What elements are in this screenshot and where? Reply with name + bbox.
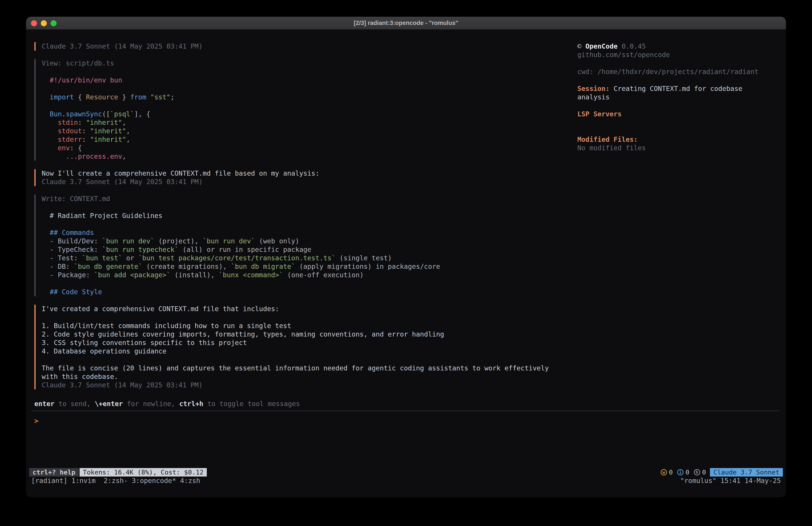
terminal-line: Session: Creating CONTEXT.md for codebas…: [577, 84, 779, 93]
terminal-line: - Package: `bun add <package>` (install)…: [42, 271, 779, 279]
hint-diagnostic: h0: [694, 469, 706, 476]
text-segment: `psql`: [110, 110, 134, 118]
text-segment: ctrl+h: [179, 400, 203, 408]
text-segment: Creating CONTEXT.md for codebase: [610, 85, 742, 93]
tmux-windows[interactable]: [radiant] 1:nvim 2:zsh- 3:opencode* 4:zs…: [31, 477, 200, 485]
terminal-line: ## Commands: [42, 228, 779, 237]
text-segment: `bun db migrate`: [231, 262, 295, 270]
text-segment: (all) or run in specific package: [178, 246, 311, 253]
terminal-line: I've created a comprehensive CONTEXT.md …: [42, 305, 779, 313]
close-button[interactable]: [31, 20, 37, 26]
minimize-button[interactable]: [41, 20, 47, 26]
text-segment: .: [62, 110, 66, 118]
terminal-line: 3. CSS styling conventions specific to t…: [42, 339, 779, 347]
terminal-line: [577, 118, 779, 127]
text-segment: `bun run typecheck`: [102, 246, 178, 253]
text-segment: to toggle tool messages: [203, 400, 300, 408]
text-segment: `bun add <package>`: [94, 271, 171, 279]
terminal-line: github.com/sst/opencode: [577, 51, 779, 59]
text-segment: `bun db generate`: [74, 262, 142, 270]
text-segment: Claude 3.7 Sonnet (14 May 2025 03:41 PM): [42, 178, 203, 186]
terminal-line: with this codebase.: [42, 372, 779, 381]
text-segment: `bun test`: [82, 254, 122, 262]
help-badge[interactable]: ctrl+? help: [29, 468, 79, 477]
text-segment: LSP Servers: [577, 110, 622, 118]
terminal-line: ...process.env,: [42, 152, 779, 161]
text-segment: (single test): [336, 254, 392, 262]
warning-icon: w: [661, 469, 667, 475]
text-segment: to send,: [54, 400, 95, 408]
text-segment: (one-off execution): [283, 271, 364, 279]
terminal-line: No modified files: [577, 144, 779, 152]
terminal-window: [2/3] radiant:3:opencode - "romulus" Cla…: [26, 17, 786, 497]
tool-write: Write: CONTEXT.md # Radiant Project Guid…: [34, 195, 779, 296]
text-segment: enter: [34, 400, 54, 408]
diagnostic-count: 0: [702, 469, 706, 476]
terminal-content: Claude 3.7 Sonnet (14 May 2025 03:41 PM)…: [26, 30, 786, 497]
text-segment: github.com/sst/opencode: [577, 51, 670, 59]
text-segment: Claude 3.7 Sonnet (14 May 2025 03:41 PM): [42, 42, 203, 50]
terminal-line: - DB: `bun db generate` (create migratio…: [42, 262, 779, 271]
terminal-line: [42, 203, 779, 212]
terminal-line: cwd: /home/thdxr/dev/projects/radiant/ra…: [577, 68, 779, 76]
terminal-line: 4. Database operations guidance: [42, 347, 779, 355]
text-segment: 3. CSS styling conventions specific to t…: [42, 339, 247, 346]
text-segment: :: [78, 118, 86, 126]
window-title: [2/3] radiant:3:opencode - "romulus": [354, 19, 458, 27]
terminal-line: © OpenCode 0.0.45: [577, 42, 779, 51]
text-segment: #!/usr/bin/env bun: [42, 76, 122, 84]
text-segment: ([: [102, 110, 110, 118]
text-segment: Write: CONTEXT.md: [42, 195, 110, 203]
text-segment: - TypeCheck:: [42, 246, 102, 253]
terminal-line: [577, 76, 779, 84]
text-segment: stderr: [42, 136, 82, 143]
prompt-line[interactable]: >: [34, 417, 779, 425]
sidebar: © OpenCode 0.0.45github.com/sst/opencode…: [577, 42, 779, 152]
hint-icon: h: [694, 469, 700, 475]
terminal-line: [577, 59, 779, 68]
text-segment: Session:: [577, 85, 610, 93]
terminal-line: ## Code Style: [42, 288, 779, 296]
terminal-line: Claude 3.7 Sonnet (14 May 2025 03:41 PM): [42, 177, 779, 186]
text-segment: 0.0.45: [618, 42, 646, 50]
text-segment: stdout: [42, 127, 82, 135]
text-segment: cwd: /home/thdxr/dev/projects/radiant/ra…: [577, 68, 758, 75]
prompt-symbol: >: [34, 417, 38, 425]
text-segment: ## Code Style: [42, 288, 102, 296]
model-badge[interactable]: Claude 3.7 Sonnet: [710, 468, 783, 477]
text-segment: Now I'll create a comprehensive CONTEXT.…: [42, 169, 319, 177]
text-segment: stdin: [42, 118, 78, 126]
text-segment: The file is concise (20 lines) and captu…: [42, 364, 549, 372]
terminal-line: LSP Servers: [577, 110, 779, 118]
terminal-line: Claude 3.7 Sonnet (14 May 2025 03:41 PM): [42, 381, 779, 389]
terminal-line: - TypeCheck: `bun run typecheck` (all) o…: [42, 245, 779, 254]
zoom-button[interactable]: [50, 20, 57, 26]
terminal-line: [577, 101, 779, 110]
text-segment: (project),: [155, 237, 203, 245]
text-segment: 2. Code style guidelines covering import…: [42, 330, 444, 338]
text-segment: # Radiant Project Guidelines: [42, 212, 162, 219]
text-segment: import: [42, 93, 74, 101]
text-segment: ## Commands: [42, 229, 94, 237]
text-segment: Resource: [86, 93, 118, 101]
text-segment: Claude 3.7 Sonnet (14 May 2025 03:41 PM): [42, 381, 203, 389]
diagnostics: w0i0h0: [656, 469, 706, 476]
text-segment: OpenCode: [585, 42, 618, 50]
text-segment: ©: [577, 42, 585, 50]
terminal-line: [42, 313, 779, 322]
text-segment: env: [42, 144, 70, 152]
text-segment: }: [118, 93, 130, 101]
traffic-lights: [31, 17, 57, 30]
text-segment: 4. Database operations guidance: [42, 347, 166, 355]
text-segment: ,: [126, 136, 130, 143]
text-segment: [146, 93, 150, 101]
window-titlebar[interactable]: [2/3] radiant:3:opencode - "romulus": [26, 17, 786, 30]
text-segment: "inherit": [90, 127, 126, 135]
terminal-line: The file is concise (20 lines) and captu…: [42, 364, 779, 372]
text-segment: `bun run dev`: [102, 237, 155, 245]
text-segment: - Test:: [42, 254, 82, 262]
text-segment: No modified files: [577, 144, 646, 152]
diagnostic-count: 0: [685, 469, 689, 476]
text-segment: Modified Files:: [577, 136, 638, 143]
text-segment: ], {: [134, 110, 150, 118]
